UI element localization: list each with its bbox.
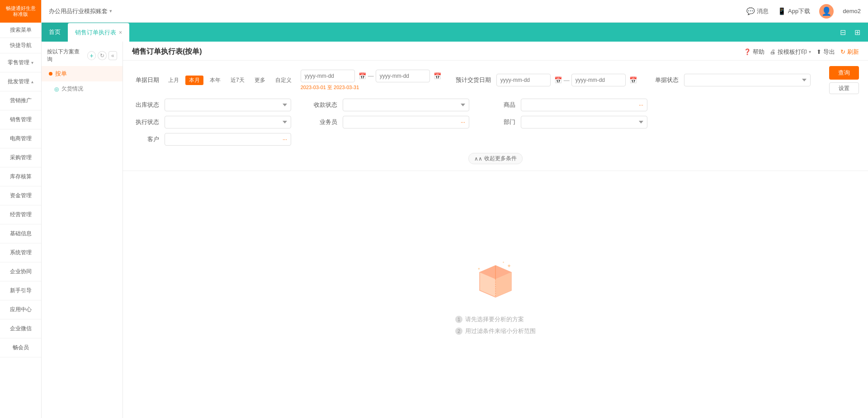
sidebar-item-sales[interactable]: 销售管理 [0,110,41,129]
calendar-exp-to-icon[interactable]: 📅 [629,76,637,84]
customer-input[interactable]: ··· [165,133,291,146]
avatar-img: 👤 [821,6,831,16]
sub-scheme-label: 欠货情况 [61,85,83,93]
sidebar-item-label: 批发管理 [8,78,29,86]
app-download-button[interactable]: 📱 App下载 [778,7,810,15]
order-status-select[interactable] [684,74,811,86]
main-area: 办公用品行业模拟账套 ▾ 💬 消息 📱 App下载 👤 demo2 首页 销售订… [42,0,868,418]
expected-date-label: 预计交货日期 [456,76,491,84]
tab-maximize-button[interactable]: ⊞ [852,27,863,38]
tip-num-2: 2 [455,328,462,335]
query-button[interactable]: 查询 [829,66,859,80]
app-download-label: App下载 [788,7,810,15]
dots-icon: ··· [639,102,643,108]
tip-num-1: 1 [455,316,462,323]
expected-date-to-input[interactable] [571,74,626,86]
date-to-input[interactable] [376,70,430,82]
date-tab-7days[interactable]: 近7天 [227,76,248,85]
warehouse-status-select[interactable] [165,99,291,111]
salesperson-dots-icon: ··· [461,119,465,125]
scheme-item-shortage[interactable]: ◎ 欠货情况 [42,81,123,96]
inner-layout: 按以下方案查询 + ↻ « 按单 ◎ 欠货情况 [42,42,868,418]
sidebar-item-finance[interactable]: 资金管理 [0,186,41,205]
refresh-scheme-button[interactable]: ↻ [98,51,106,60]
filter-row-3: 执行状态 业务员 ··· 部门 [132,116,859,128]
date-tab-thismonth[interactable]: 本月 [185,76,203,85]
date-tab-thisyear[interactable]: 本年 [206,76,224,85]
help-button[interactable]: ❓ 帮助 [744,48,764,56]
empty-tips: 1 请先选择要分析的方案 2 用过滤条件来缩小分析范围 [455,314,536,337]
calendar-to-icon[interactable]: 📅 [434,72,441,80]
print-chevron: ▾ [809,49,811,54]
date-from-input[interactable] [301,70,355,82]
payment-status-select[interactable] [343,99,469,111]
sidebar-item-system[interactable]: 系统管理 [0,243,41,262]
left-panel-header: 按以下方案查询 + ↻ « [42,45,123,66]
page-content: 按以下方案查询 + ↻ « 按单 ◎ 欠货情况 [42,42,868,418]
sidebar-item-appstore[interactable]: 应用中心 [0,300,41,319]
scheme-label: 按单 [55,70,67,78]
empty-illustration: ✦ ✦ ✦ [468,252,523,306]
tab-home-label: 首页 [49,28,61,36]
exec-status-select[interactable] [165,116,291,128]
salesperson-input[interactable]: ··· [343,116,469,128]
sidebar-item-purchase[interactable]: 采购管理 [0,148,41,167]
svg-text:✦: ✦ [477,267,481,271]
sidebar-item-label: 系统管理 [10,249,32,256]
calendar-exp-from-icon[interactable]: 📅 [554,76,562,84]
tab-minimize-button[interactable]: ⊟ [837,27,848,38]
sidebar-item-cooperation[interactable]: 企业协同 [0,262,41,281]
user-avatar[interactable]: 👤 [819,4,834,19]
refresh-label: 刷新 [847,48,859,56]
department-select[interactable] [521,116,647,128]
sidebar-item-newuser[interactable]: 新手引导 [0,281,41,300]
goods-input[interactable]: ··· [521,99,647,111]
sidebar-item-inventory[interactable]: 库存核算 [0,167,41,186]
date-tab-more[interactable]: 更多 [251,76,269,85]
tab-controls: ⊟ ⊞ [837,27,868,38]
collapse-button[interactable]: ∧∧ 收起更多条件 [468,153,523,164]
calendar-from-icon[interactable]: 📅 [359,72,366,80]
collapse-arrow-icon: ∧∧ [474,156,482,162]
messages-button[interactable]: 💬 消息 [746,7,769,15]
scheme-item-order[interactable]: 按单 [42,66,123,81]
department-label: 部门 [488,118,515,126]
messages-label: 消息 [757,7,769,15]
collapse-panel-button[interactable]: « [108,51,117,60]
date-sep: — [368,72,374,79]
tab-close-icon[interactable]: × [119,29,122,36]
customer-label: 客户 [132,135,159,143]
filter-section: 单据日期 上月 本月 本年 近7天 更多 自定义 📅 [123,61,868,171]
active-dot [49,72,52,76]
sidebar: 畅捷通好生意 标准版 搜索菜单 快捷导航 零售管理 ▾ 批发管理 ▴ 营销推广 … [0,0,42,418]
date-label: 单据日期 [132,76,159,84]
tip-item-2: 2 用过滤条件来缩小分析范围 [455,325,536,337]
sidebar-item-ecommerce[interactable]: 电商管理 [0,129,41,148]
sidebar-search[interactable]: 搜索菜单 [0,23,41,38]
sidebar-item-member[interactable]: 畅会员 [0,338,41,357]
settings-button[interactable]: 设置 [829,82,859,94]
account-selector[interactable]: 办公用品行业模拟账套 ▾ [49,7,112,15]
refresh-icon: ↻ [840,48,845,55]
sidebar-item-management[interactable]: 经营管理 [0,205,41,224]
tab-sales-order[interactable]: 销售订单执行表 × [68,23,129,42]
tab-home[interactable]: 首页 [42,23,68,42]
date-tab-custom[interactable]: 自定义 [272,76,295,85]
sidebar-item-wholesale[interactable]: 批发管理 ▴ [0,72,41,91]
help-icon: ❓ [744,48,751,55]
export-button[interactable]: ⬆ 导出 [816,48,835,56]
expected-date-from-input[interactable] [496,74,551,86]
sidebar-item-label: 库存核算 [10,173,32,180]
refresh-icon: ↻ [100,52,104,59]
sidebar-item-label: 营销推广 [10,97,32,104]
sidebar-item-marketing[interactable]: 营销推广 [0,91,41,110]
add-scheme-button[interactable]: + [87,51,96,60]
print-button[interactable]: 🖨 按模板打印 ▾ [770,48,811,56]
sidebar-item-label: 畅会员 [13,344,29,352]
sidebar-item-retail[interactable]: 零售管理 ▾ [0,53,41,72]
sidebar-item-wechat[interactable]: 企业微信 [0,319,41,338]
date-tab-lastmonth[interactable]: 上月 [165,76,183,85]
sidebar-quicknav[interactable]: 快捷导航 [0,38,41,53]
sidebar-item-basics[interactable]: 基础信息 [0,224,41,243]
refresh-button[interactable]: ↻ 刷新 [840,48,859,56]
